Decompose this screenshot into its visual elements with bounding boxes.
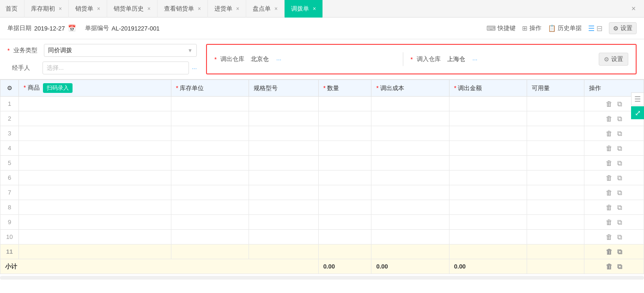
cell-product[interactable] [19, 200, 171, 215]
cell-cost[interactable] [371, 244, 449, 259]
cell-product[interactable] [19, 230, 171, 244]
close-all-tabs[interactable]: × [627, 5, 640, 13]
cell-product[interactable] [19, 111, 171, 126]
cell-amount[interactable] [449, 141, 527, 156]
cell-available[interactable] [527, 171, 584, 185]
delete-icon[interactable]: 🗑 [606, 144, 613, 152]
handler-input[interactable]: 选择... [43, 61, 189, 74]
cell-available[interactable] [527, 185, 584, 200]
tab-purchase[interactable]: 进货单 × [208, 0, 246, 18]
delete-icon[interactable]: 🗑 [606, 159, 613, 167]
cell-product[interactable] [19, 97, 171, 111]
business-type-select[interactable]: 同价调拨 ▼ [44, 44, 197, 57]
copy-icon[interactable]: ⧉ [617, 129, 622, 137]
source-warehouse-more[interactable]: ··· [276, 56, 281, 63]
tab-sales-history-close[interactable]: × [147, 6, 151, 12]
copy-icon[interactable]: ⧉ [617, 189, 622, 196]
cell-product[interactable] [19, 156, 171, 171]
cell-unit[interactable] [171, 215, 249, 230]
cell-qty[interactable] [318, 111, 371, 126]
scan-button[interactable]: 扫码录入 [43, 83, 73, 93]
cell-cost[interactable] [371, 126, 449, 141]
delete-icon[interactable]: 🗑 [606, 100, 613, 108]
cell-available[interactable] [527, 156, 584, 171]
delete-icon[interactable]: 🗑 [606, 248, 613, 256]
cell-spec[interactable] [249, 171, 318, 185]
th-gear[interactable]: ⚙ [0, 80, 19, 97]
cell-unit[interactable] [171, 97, 249, 111]
cell-available[interactable] [527, 126, 584, 141]
cell-cost[interactable] [371, 141, 449, 156]
float-list-btn[interactable]: ☰ [631, 92, 644, 105]
cell-qty[interactable] [318, 244, 371, 259]
delete-icon[interactable]: 🗑 [606, 233, 613, 241]
operation-button[interactable]: ⊞ 操作 [522, 24, 541, 32]
cell-unit[interactable] [171, 141, 249, 156]
tab-view-sales-close[interactable]: × [198, 6, 201, 12]
cell-unit[interactable] [171, 156, 249, 171]
copy-icon[interactable]: ⧉ [617, 144, 622, 152]
cell-amount[interactable] [449, 156, 527, 171]
cell-product[interactable] [19, 215, 171, 230]
cell-available[interactable] [527, 230, 584, 244]
cell-amount[interactable] [449, 97, 527, 111]
cell-unit[interactable] [171, 230, 249, 244]
delete-icon[interactable]: 🗑 [606, 115, 613, 122]
float-expand-btn[interactable]: ⤢ [631, 106, 644, 119]
copy-icon[interactable]: ⧉ [617, 115, 622, 122]
cell-cost[interactable] [371, 215, 449, 230]
cell-amount[interactable] [449, 111, 527, 126]
copy-icon[interactable]: ⧉ [617, 233, 622, 241]
cell-product[interactable] [19, 185, 171, 200]
cell-qty[interactable] [318, 156, 371, 171]
cell-amount[interactable] [449, 215, 527, 230]
cell-product[interactable] [19, 244, 171, 259]
tab-sales-order-close[interactable]: × [97, 6, 100, 12]
cell-spec[interactable] [249, 126, 318, 141]
cell-qty[interactable] [318, 200, 371, 215]
cell-unit[interactable] [171, 185, 249, 200]
cell-qty[interactable] [318, 215, 371, 230]
warehouse-settings-button[interactable]: ⚙ 设置 [599, 53, 628, 66]
tab-inventory-init[interactable]: 库存期初 × [24, 0, 69, 18]
cell-spec[interactable] [249, 185, 318, 200]
delete-icon[interactable]: 🗑 [606, 174, 613, 182]
cell-spec[interactable] [249, 97, 318, 111]
copy-icon[interactable]: ⧉ [617, 248, 622, 256]
tab-inventory-check-close[interactable]: × [274, 6, 278, 12]
cell-spec[interactable] [249, 230, 318, 244]
shortcut-button[interactable]: ⌨ 快捷键 [486, 24, 516, 32]
cell-cost[interactable] [371, 185, 449, 200]
cell-available[interactable] [527, 141, 584, 156]
cell-cost[interactable] [371, 156, 449, 171]
tab-home[interactable]: 首页 [4, 0, 24, 18]
horizontal-scrollbar[interactable] [0, 276, 644, 280]
copy-icon[interactable]: ⧉ [617, 100, 622, 108]
target-warehouse-more[interactable]: ··· [473, 56, 478, 63]
cell-unit[interactable] [171, 171, 249, 185]
tab-inventory-init-close[interactable]: × [59, 6, 62, 12]
cell-spec[interactable] [249, 200, 318, 215]
cell-amount[interactable] [449, 230, 527, 244]
cell-qty[interactable] [318, 185, 371, 200]
cell-available[interactable] [527, 200, 584, 215]
tab-sales-order[interactable]: 销货单 × [69, 0, 107, 18]
tab-purchase-close[interactable]: × [236, 6, 239, 12]
delete-icon[interactable]: 🗑 [606, 129, 613, 137]
settings-button[interactable]: ⚙ 设置 [609, 22, 637, 34]
cell-spec[interactable] [249, 111, 318, 126]
delete-icon[interactable]: 🗑 [606, 203, 613, 211]
list-view-icon[interactable]: ☰ [588, 24, 595, 33]
cell-product[interactable] [19, 141, 171, 156]
cell-unit[interactable] [171, 111, 249, 126]
cell-spec[interactable] [249, 156, 318, 171]
delete-icon[interactable]: 🗑 [606, 189, 613, 196]
cell-available[interactable] [527, 111, 584, 126]
tab-sales-history[interactable]: 销货单历史 × [107, 0, 158, 18]
calendar-icon[interactable]: 📅 [68, 24, 76, 32]
cell-unit[interactable] [171, 126, 249, 141]
cell-spec[interactable] [249, 244, 318, 259]
cell-qty[interactable] [318, 141, 371, 156]
copy-icon[interactable]: ⧉ [617, 203, 622, 211]
grid-view-icon[interactable]: ⊟ [596, 24, 602, 33]
